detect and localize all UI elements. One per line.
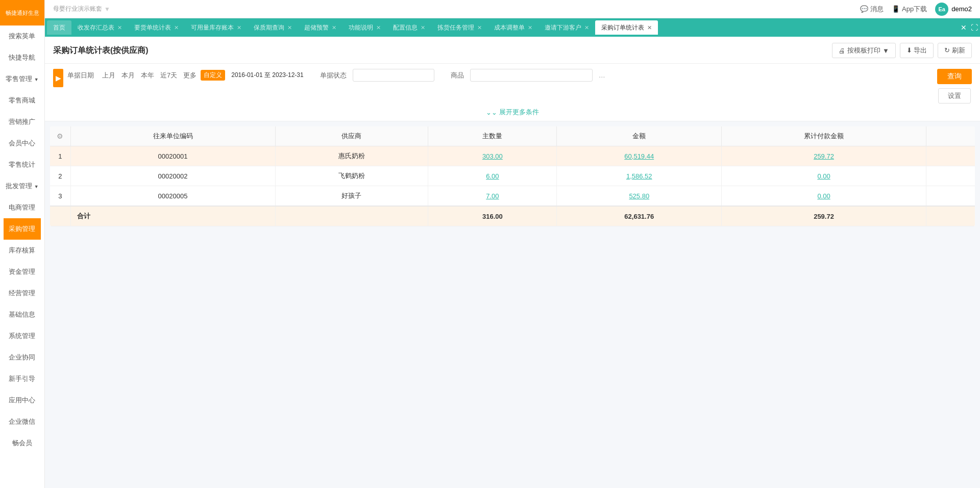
cell-qty-0: 303.00: [428, 146, 557, 166]
print-button[interactable]: 🖨 按模板打印 ▼: [832, 43, 896, 58]
sidebar-item-search[interactable]: 搜索英单: [4, 25, 41, 47]
shortcut-this-year[interactable]: 本年: [139, 70, 156, 81]
shortcut-7days[interactable]: 近7天: [158, 70, 179, 81]
tab-close-funcguide[interactable]: ✕: [376, 24, 381, 31]
qty-link-2[interactable]: 7.00: [486, 192, 499, 200]
sidebar-item-finance[interactable]: 资金管理: [4, 261, 41, 282]
export-button[interactable]: ⬇ 导出: [900, 43, 934, 58]
tab-close-expiry[interactable]: ✕: [287, 24, 292, 31]
tab-overstock[interactable]: 超储预警✕: [298, 20, 342, 35]
message-button[interactable]: 💬 消息: [860, 5, 884, 14]
expand-filter-button[interactable]: ▶: [53, 69, 63, 87]
tab-close-overstock[interactable]: ✕: [332, 24, 336, 31]
tab-purchasestat[interactable]: 采购订单统计表✕: [595, 20, 658, 35]
username: demo2: [951, 5, 972, 13]
tab-close-purchasestat[interactable]: ✕: [647, 24, 652, 31]
tab-invitecust[interactable]: 邀请下游客户✕: [538, 20, 595, 35]
sidebar-item-newguide[interactable]: 新手引导: [4, 368, 41, 390]
page-actions: 🖨 按模板打印 ▼ ⬇ 导出 ↻ 刷新: [832, 43, 972, 58]
settings-button[interactable]: 设置: [938, 88, 971, 104]
page-content: 采购订单统计表(按供应商) 🖨 按模板打印 ▼ ⬇ 导出 ↻ 刷新: [45, 37, 980, 488]
paid-link-1[interactable]: 0.00: [817, 172, 830, 180]
tab-expiry[interactable]: 保质期查询✕: [248, 20, 298, 35]
amount-link-1[interactable]: 1,586.52: [626, 172, 652, 180]
tab-bar: 首页收发存汇总表✕要货单统计表✕可用量库存账本✕保质期查询✕超储预警✕功能说明✕…: [45, 18, 980, 37]
sidebar-item-retail-stats[interactable]: 零售统计: [4, 154, 41, 175]
paid-link-0[interactable]: 259.72: [814, 152, 834, 160]
app-download-button[interactable]: 📱 App下载: [892, 5, 927, 14]
expand-more-button[interactable]: ⌄⌄ 展开更多条件: [486, 108, 539, 117]
sidebar-item-basic[interactable]: 基础信息: [4, 304, 41, 325]
query-button[interactable]: 查询: [937, 69, 972, 84]
print-dropdown-icon: ▼: [883, 47, 889, 55]
status-select[interactable]: [353, 69, 434, 82]
status-select-wrapper: [353, 69, 434, 82]
purchase-stats-table: ⚙ 往来单位编码 供应商 主数量 金额 累计付款金额 1 00020001 惠氏…: [50, 126, 975, 226]
shortcut-custom[interactable]: 自定义: [201, 70, 225, 81]
sidebar-item-system[interactable]: 系统管理: [4, 325, 41, 347]
cell-supplier-0: 惠氏奶粉: [275, 146, 428, 166]
sidebar-item-quicknav[interactable]: 快捷导航: [4, 47, 41, 68]
shortcut-last-month[interactable]: 上月: [100, 70, 117, 81]
expand-more-label: 展开更多条件: [499, 108, 539, 117]
tab-close-recvpay[interactable]: ✕: [117, 24, 122, 31]
sidebar-item-retail-shop[interactable]: 零售商城: [4, 90, 41, 111]
table-row: 1 00020001 惠氏奶粉 303.00 60,519.44 259.72: [50, 146, 975, 166]
table-header: ⚙ 往来单位编码 供应商 主数量 金额 累计付款金额: [50, 126, 975, 146]
data-table-area: ⚙ 往来单位编码 供应商 主数量 金额 累计付款金额 1 00020001 惠氏…: [50, 126, 975, 226]
sidebar-item-vip[interactable]: 畅会员: [4, 432, 41, 454]
tabbar-end: ✕ ⛶: [961, 23, 978, 32]
qty-link-0[interactable]: 303.00: [482, 152, 503, 160]
goods-input[interactable]: [470, 69, 593, 82]
sidebar-item-appcenter[interactable]: 应用中心: [4, 390, 41, 411]
sidebar-item-operations[interactable]: 经营管理: [4, 282, 41, 304]
tab-availstock[interactable]: 可用量库存账本✕: [185, 20, 248, 35]
tab-recvpay[interactable]: 收发存汇总表✕: [71, 20, 128, 35]
tab-close-requisition[interactable]: ✕: [174, 24, 179, 31]
cell-paid-1: 0.00: [722, 166, 926, 186]
tab-close-invitecust[interactable]: ✕: [584, 24, 589, 31]
amount-link-0[interactable]: 60,519.44: [624, 152, 654, 160]
amount-link-2[interactable]: 525.80: [629, 192, 649, 200]
qty-link-1[interactable]: 6.00: [486, 172, 499, 180]
goods-more-icon[interactable]: …: [599, 71, 605, 79]
tab-close-costadjust[interactable]: ✕: [528, 24, 532, 31]
sidebar-item-purchase[interactable]: 采购管理: [4, 218, 41, 240]
tab-label-expiry: 保质期查询: [254, 23, 284, 32]
logo-text: 畅捷通好生意: [6, 9, 39, 16]
sidebar-item-enterprise[interactable]: 企业协同: [4, 347, 41, 368]
refresh-button[interactable]: ↻ 刷新: [938, 43, 972, 58]
cell-amount-1: 1,586.52: [557, 166, 722, 186]
tab-home[interactable]: 首页: [47, 20, 71, 35]
shortcut-more[interactable]: 更多: [181, 70, 199, 81]
tab-costadjust[interactable]: 成本调整单✕: [488, 20, 538, 35]
sidebar-item-wechat[interactable]: 企业微信: [4, 411, 41, 432]
tab-config[interactable]: 配置信息✕: [387, 20, 431, 35]
tab-funcguide[interactable]: 功能说明✕: [342, 20, 387, 35]
sidebar-item-marketing[interactable]: 营销推广: [4, 111, 41, 133]
tab-requisition[interactable]: 要货单统计表✕: [128, 20, 185, 35]
tab-close-availstock[interactable]: ✕: [237, 24, 241, 31]
tab-close-config[interactable]: ✕: [421, 24, 425, 31]
sidebar-item-wholesale[interactable]: 批发管理 ▼: [4, 175, 41, 197]
breadcrumb-area: 母婴行业演示账套 ▼: [53, 0, 852, 18]
tab-label-recvpay: 收发存汇总表: [78, 23, 114, 32]
filter-row-1: 单据日期 上月 本月 本年 近7天 更多 自定义 2016-01-01 至 20…: [67, 69, 933, 82]
user-menu[interactable]: Ea demo2: [935, 3, 972, 16]
sidebar-item-inventory[interactable]: 库存核算: [4, 240, 41, 261]
cell-code-0: 00020001: [70, 146, 275, 166]
sidebar-item-ecommerce[interactable]: 电商管理: [4, 197, 41, 218]
paid-link-2[interactable]: 0.00: [817, 192, 830, 200]
sidebar-item-members[interactable]: 会员中心: [4, 133, 41, 154]
close-all-icon[interactable]: ✕: [961, 23, 967, 32]
shortcut-this-month[interactable]: 本月: [119, 70, 137, 81]
sidebar-item-retail[interactable]: 零售管理 ▼: [4, 68, 41, 90]
maximize-icon[interactable]: ⛶: [971, 23, 978, 32]
tab-picktask[interactable]: 拣货任务管理✕: [431, 20, 488, 35]
cell-amount-2: 525.80: [557, 186, 722, 207]
col-qty: 主数量: [428, 126, 557, 146]
tab-label-home: 首页: [53, 23, 65, 32]
tab-label-picktask: 拣货任务管理: [437, 23, 474, 32]
tab-close-picktask[interactable]: ✕: [477, 24, 482, 31]
column-settings-icon[interactable]: ⚙: [57, 132, 63, 140]
